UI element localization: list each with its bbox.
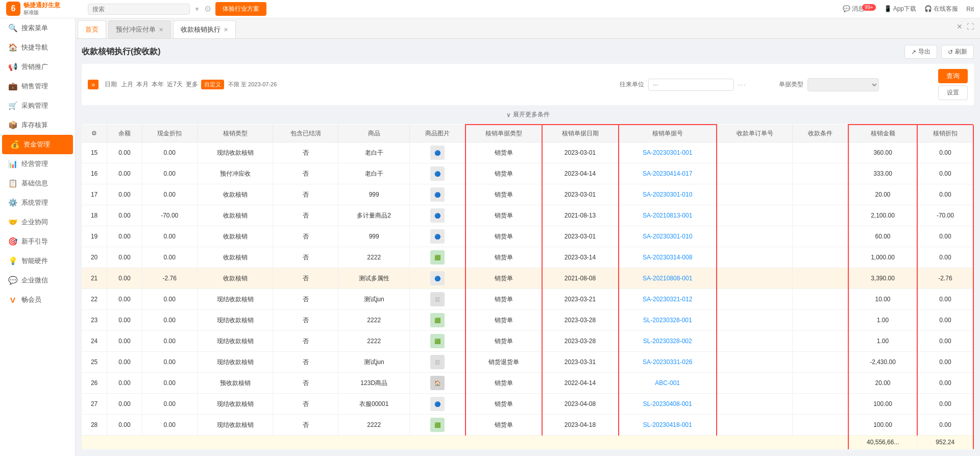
sidebar-item-search[interactable]: 🔍 搜索菜单 [0,18,75,38]
table-row: 27 0.00 0.00 现结收款核销 否 衣服00001 🔵 销货单 2023… [82,394,973,415]
cell-product-img: 🖼 [409,352,465,373]
cell-writeoff-discount: 0.00 [917,184,973,205]
writeoff-no-link[interactable]: SA-20230301-010 [643,233,692,240]
cell-writeoff-no[interactable]: SA-20230301-010 [619,226,717,247]
cell-product: 2222 [338,331,409,352]
dropdown-arrow[interactable]: ▼ [194,6,200,13]
date-more[interactable]: 更多 [186,80,198,89]
cell-writeoff-date: 2023-03-28 [542,331,619,352]
cell-writeoff-no[interactable]: ABC-001 [619,373,717,394]
writeoff-no-link[interactable]: SA-20230301-001 [643,149,692,156]
cell-writeoff-amount: 2,100.00 [848,205,917,226]
cell-writeoff-no[interactable]: SA-20210808-001 [619,268,717,289]
online-service-btn[interactable]: 🎧 在线客服 [924,5,958,13]
writeoff-no-link[interactable]: SA-20230331-026 [643,358,692,366]
cell-verify-type: 收款核销 [197,184,273,205]
cell-verify-type: 现结收款核销 [197,310,273,331]
writeoff-no-link[interactable]: SA-20230301-010 [643,191,692,198]
app-logo: 6 畅捷通好生意 标准版 [6,2,82,16]
cell-writeoff-no[interactable]: SL-20230418-001 [619,415,717,436]
filter-expand-arrow[interactable]: » [88,80,99,89]
top-bar-center: ▼ ⚙ 体验行业方案 [88,2,837,16]
sidebar-item-nav[interactable]: 🏠 快捷导航 [0,38,75,57]
expand-more-btn[interactable]: ∨ 展开更多条件 [506,110,550,119]
sidebar-item-guide[interactable]: 🎯 新手引导 [0,232,75,251]
writeoff-no-link[interactable]: ABC-001 [655,379,680,387]
query-btn[interactable]: 查询 [938,69,968,83]
cell-writeoff-no[interactable]: SA-20230314-008 [619,247,717,268]
window-close-icon[interactable]: ✕ [957,22,963,31]
date-last-7days[interactable]: 近7天 [167,80,183,89]
nav-icon: 🏠 [8,43,17,52]
writeoff-no-link[interactable]: SA-20230321-012 [643,296,692,303]
sidebar-label-guide: 新手引导 [21,237,48,246]
cell-receipt-order-no [717,247,793,268]
cell-writeoff-discount: 0.00 [917,226,973,247]
date-custom-btn[interactable]: 自定义 [201,80,224,89]
sidebar-item-marketing[interactable]: 📢 营销推广 [0,57,75,77]
cell-receipt-order-no [717,331,793,352]
top-search-input[interactable] [88,4,190,15]
cell-writeoff-discount: 0.00 [917,394,973,415]
voucher-type-select[interactable] [807,78,879,91]
sidebar-item-wechat[interactable]: 💬 企业微信 [0,271,75,290]
footer-total-discount: 952.24 [917,436,973,449]
cell-receipt-condition [793,268,848,289]
cell-writeoff-no[interactable]: SA-20230301-010 [619,184,717,205]
sidebar-item-purchase[interactable]: 🛒 采购管理 [0,96,75,115]
cell-seq: 24 [82,331,107,352]
writeoff-no-link[interactable]: SA-20210813-001 [643,212,692,219]
cell-balance: 0.00 [107,184,142,205]
cell-writeoff-no[interactable]: SA-20210813-001 [619,205,717,226]
sidebar-item-hardware[interactable]: 💡 智能硬件 [0,251,75,271]
sidebar-item-member[interactable]: V 畅会员 [0,290,75,309]
cell-included-settled: 否 [273,310,338,331]
sidebar-item-sales[interactable]: 💼 销售管理 [0,77,75,96]
cell-receipt-order-no [717,205,793,226]
sidebar-item-system[interactable]: ⚙️ 系统管理 [0,193,75,212]
writeoff-no-link[interactable]: SA-20230414-017 [643,170,692,177]
settings-btn[interactable]: 设置 [938,85,968,100]
cell-writeoff-date: 2023-03-14 [542,247,619,268]
tab-prepay[interactable]: 预付冲应付单 ✕ [108,20,171,38]
app-download-btn[interactable]: 📱 App下载 [884,5,916,13]
partner-input[interactable] [648,79,734,91]
sidebar-item-base[interactable]: 📋 基础信息 [0,174,75,193]
writeoff-no-link[interactable]: SL-20230328-001 [643,317,692,324]
sidebar-item-finance[interactable]: 💰 资金管理 [2,135,73,154]
cell-writeoff-no[interactable]: SA-20230301-001 [619,142,717,163]
writeoff-no-link[interactable]: SA-20230314-008 [643,254,692,261]
date-last-month[interactable]: 上月 [121,80,133,89]
date-this-year[interactable]: 本年 [152,80,164,89]
cell-product-img: 🔵 [409,226,465,247]
close-writeoff-tab[interactable]: ✕ [224,27,228,33]
expand-chevron-icon: ∨ [506,111,511,118]
refresh-btn[interactable]: ↺ 刷新 [941,45,974,59]
sidebar-item-operation[interactable]: 📊 经营管理 [0,154,75,174]
writeoff-no-link[interactable]: SL-20230418-001 [643,421,692,428]
cell-writeoff-no[interactable]: SL-20230328-001 [619,310,717,331]
cell-writeoff-no[interactable]: SA-20230414-017 [619,163,717,184]
close-prepay-tab[interactable]: ✕ [159,27,163,33]
settings-icon[interactable]: ⚙ [204,4,211,14]
col-setting[interactable]: ⚙ [82,125,107,142]
writeoff-no-link[interactable]: SL-20230408-001 [643,400,692,407]
sidebar-item-corp[interactable]: 🤝 企业协同 [0,212,75,232]
window-expand-icon[interactable]: ⛶ [967,22,974,31]
sidebar-item-inventory[interactable]: 📦 库存核算 [0,115,75,135]
cell-writeoff-no[interactable]: SL-20230408-001 [619,394,717,415]
cell-writeoff-no[interactable]: SA-20230321-012 [619,289,717,310]
cell-verify-type: 现结收款核销 [197,394,273,415]
industry-solution-btn[interactable]: 体验行业方案 [215,2,266,16]
cell-included-settled: 否 [273,373,338,394]
tab-writeoff[interactable]: 收款核销执行 ✕ [173,20,236,38]
message-icon-wrap[interactable]: 💬 消息99+ [843,5,876,13]
date-this-month[interactable]: 本月 [136,80,149,89]
writeoff-no-link[interactable]: SA-20210808-001 [643,275,692,282]
cell-writeoff-no[interactable]: SL-20230328-002 [619,331,717,352]
tab-home[interactable]: 首页 [78,20,106,38]
date-range-text: 不限 至 2023-07-26 [228,81,277,88]
cell-writeoff-no[interactable]: SA-20230331-026 [619,352,717,373]
writeoff-no-link[interactable]: SL-20230328-002 [643,338,692,345]
export-btn[interactable]: ↗ 导出 [904,45,937,59]
